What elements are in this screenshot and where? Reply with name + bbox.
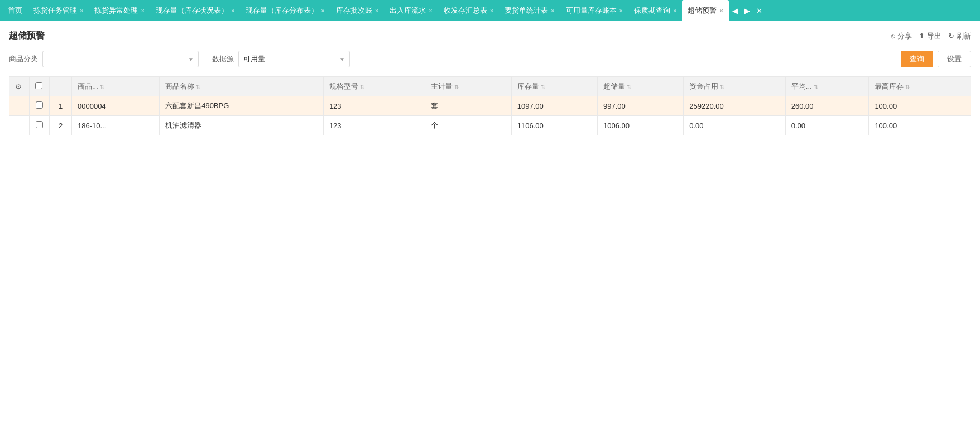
nav-inout-flow[interactable]: 出入库流水 × (384, 0, 438, 21)
refresh-button[interactable]: ↻ 刷新 (948, 31, 971, 41)
refresh-icon: ↻ (948, 32, 954, 40)
row-avg: 260.00 (785, 96, 869, 116)
sort-icon: ⇅ (720, 84, 724, 90)
close-icon[interactable]: × (375, 7, 378, 14)
page-header: 超储预警 ⎋ 分享 ⬆ 导出 ↻ 刷新 (9, 30, 971, 42)
sort-avg[interactable]: 平均... ⇅ (791, 81, 818, 91)
row-checkbox-cell[interactable] (30, 116, 50, 135)
th-avg: 平均... ⇅ (785, 77, 869, 96)
close-icon[interactable]: × (490, 7, 493, 14)
row-checkbox[interactable] (36, 101, 43, 109)
row-capital: 0.00 (684, 116, 786, 135)
th-stock: 库存量 ⇅ (511, 77, 597, 96)
th-capital: 资金占用 ⇅ (684, 77, 786, 96)
nav-shelf-life[interactable]: 保质期查询 × (628, 0, 682, 21)
row-stock: 1106.00 (511, 116, 597, 135)
category-select[interactable]: ▼ (42, 51, 199, 67)
sort-icon: ⇅ (627, 84, 631, 90)
category-filter: 商品分类 ▼ (9, 51, 199, 67)
nav-close-arrow[interactable]: ✕ (753, 0, 766, 21)
row-sku: 186-10... (72, 116, 160, 135)
close-icon[interactable]: × (80, 7, 83, 14)
close-icon[interactable]: × (429, 7, 432, 14)
sort-icon: ⇅ (541, 84, 545, 90)
sort-stock[interactable]: 库存量 ⇅ (517, 81, 545, 91)
nav-next-arrow[interactable]: ▶ (741, 0, 753, 21)
settings-button[interactable]: 设置 (938, 51, 971, 67)
close-icon[interactable]: × (231, 7, 234, 14)
row-checkbox[interactable] (36, 121, 43, 128)
chevron-down-icon: ▼ (188, 56, 194, 62)
filter-row: 商品分类 ▼ 数据源 可用量 ▼ 查询 设置 (9, 51, 971, 67)
nav-available-book[interactable]: 可用量库存账本 × (560, 0, 628, 21)
row-spec: 123 (323, 116, 425, 135)
sort-capital[interactable]: 资金占用 ⇅ (689, 81, 724, 91)
th-sku: 商品... ⇅ (72, 77, 160, 96)
row-gear-cell (9, 96, 30, 116)
th-name: 商品名称 ⇅ (160, 77, 324, 96)
row-avg: 0.00 (785, 116, 869, 135)
nav-home[interactable]: 首页 (2, 0, 28, 21)
row-max-stock: 100.00 (869, 96, 971, 116)
datasource-filter: 数据源 可用量 ▼ (212, 51, 350, 67)
sort-icon: ⇅ (454, 84, 459, 90)
header-actions: ⎋ 分享 ⬆ 导出 ↻ 刷新 (891, 31, 971, 41)
row-unit: 个 (425, 116, 511, 135)
sort-icon: ⇅ (196, 84, 200, 90)
page-container: 超储预警 ⎋ 分享 ⬆ 导出 ↻ 刷新 商品分类 ▼ 数据源 (0, 21, 980, 446)
nav-exception[interactable]: 拣货异常处理 × (89, 0, 150, 21)
row-stock: 1097.00 (511, 96, 597, 116)
select-all-checkbox[interactable] (35, 82, 42, 89)
datasource-label: 数据源 (212, 54, 234, 64)
row-index: 1 (50, 96, 72, 116)
row-checkbox-cell[interactable] (30, 96, 50, 116)
query-button[interactable]: 查询 (901, 51, 933, 67)
row-spec: 123 (323, 96, 425, 116)
export-icon: ⬆ (919, 32, 925, 40)
category-label: 商品分类 (9, 54, 38, 64)
close-icon[interactable]: × (673, 7, 676, 14)
sort-icon: ⇅ (905, 84, 910, 90)
share-button[interactable]: ⎋ 分享 (891, 31, 912, 41)
row-overstock: 1006.00 (597, 116, 683, 135)
table-header-row: ⚙ 商品... ⇅ 商品名称 ⇅ (9, 77, 971, 96)
th-gear: ⚙ (9, 77, 30, 96)
row-name: 机油滤清器 (160, 116, 324, 135)
close-icon[interactable]: × (551, 7, 554, 14)
row-name: 六配套新昌490BPG (160, 96, 324, 116)
row-overstock: 997.00 (597, 96, 683, 116)
datasource-select[interactable]: 可用量 ▼ (238, 51, 350, 67)
close-icon[interactable]: × (619, 7, 623, 14)
sort-icon: ⇅ (814, 84, 818, 90)
nav-batch-account[interactable]: 库存批次账 × (330, 0, 384, 21)
th-checkbox (30, 77, 50, 96)
top-navigation: 首页 拣货任务管理 × 拣货异常处理 × 现存量（库存状况表） × 现存量（库存… (0, 0, 980, 21)
gear-icon[interactable]: ⚙ (15, 83, 22, 91)
sort-name[interactable]: 商品名称 ⇅ (165, 81, 200, 91)
sort-sku[interactable]: 商品... ⇅ (78, 81, 104, 91)
row-sku: 0000004 (72, 96, 160, 116)
row-max-stock: 100.00 (869, 116, 971, 135)
nav-order-stats[interactable]: 要货单统计表 × (499, 0, 560, 21)
sort-unit[interactable]: 主计量 ⇅ (431, 81, 459, 91)
nav-task-mgmt[interactable]: 拣货任务管理 × (28, 0, 89, 21)
th-unit: 主计量 ⇅ (425, 77, 511, 96)
sort-max-stock[interactable]: 最高库存 ⇅ (875, 81, 910, 91)
th-spec: 规格型号 ⇅ (323, 77, 425, 96)
close-icon[interactable]: × (719, 7, 723, 14)
nav-overstock[interactable]: 超储预警 × (682, 0, 728, 21)
datasource-select-value: 可用量 (243, 54, 265, 64)
nav-inventory-status[interactable]: 现存量（库存状况表） × (150, 0, 240, 21)
table-row: 1 0000004 六配套新昌490BPG 123 套 1097.00 997.… (9, 96, 971, 116)
th-index (50, 77, 72, 96)
sort-spec[interactable]: 规格型号 ⇅ (329, 81, 364, 91)
sort-icon: ⇅ (360, 84, 364, 90)
export-button[interactable]: ⬆ 导出 (919, 31, 941, 41)
nav-prev-arrow[interactable]: ◀ (729, 0, 741, 21)
row-index: 2 (50, 116, 72, 135)
nav-summary[interactable]: 收发存汇总表 × (438, 0, 499, 21)
close-icon[interactable]: × (321, 7, 324, 14)
nav-inventory-dist[interactable]: 现存量（库存分布表） × (240, 0, 330, 21)
sort-overstock[interactable]: 超储量 ⇅ (603, 81, 631, 91)
close-icon[interactable]: × (141, 7, 144, 14)
